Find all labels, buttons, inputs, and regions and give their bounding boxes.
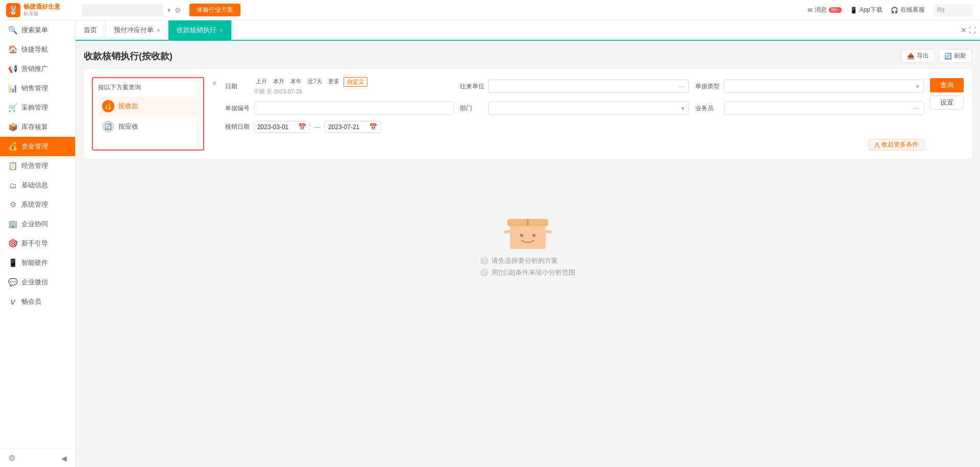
doc-type-arrow-icon: ▾ (916, 83, 919, 90)
date-btn-7days[interactable]: 近7天 (306, 77, 324, 87)
tab-bar: 首页 预付冲应付单 × 收款核销执行 × ✕ ⛶ (76, 20, 980, 41)
doc-no-input[interactable] (254, 102, 454, 115)
search-icon: 🔍 (8, 26, 17, 35)
tab-prepay-close-icon[interactable]: × (157, 27, 160, 33)
doc-no-label: 单据编号 (225, 104, 250, 113)
app-icon: 📱 (850, 7, 857, 14)
tab-bar-actions: ✕ ⛶ (961, 26, 980, 34)
sidebar-item-quicknav[interactable]: 🏠 快捷导航 (0, 40, 75, 59)
page-title: 收款核销执行(按收款) (84, 50, 173, 62)
sidebar: 🔍 搜索菜单 🏠 快捷导航 📢 营销推广 📊 销售管理 🛒 采购管理 📦 库存核… (0, 20, 76, 467)
tab-receipt[interactable]: 收款核销执行 × (168, 20, 231, 40)
svg-point-3 (520, 234, 523, 237)
verify-date-start[interactable]: 2023-03-01 📅 (254, 121, 310, 133)
sidebar-item-hardware[interactable]: 📱 智能硬件 (0, 253, 75, 273)
step-1-num: 1 (480, 257, 488, 265)
tab-close-all-button[interactable]: ✕ (961, 26, 967, 34)
tab-prepay[interactable]: 预付冲应付单 × (106, 20, 168, 40)
tab-expand-button[interactable]: ⛶ (969, 26, 976, 34)
date-btn-custom[interactable]: 自定义 (344, 77, 368, 87)
staff-input[interactable]: ··· (724, 102, 924, 115)
guide-icon: 🎯 (8, 239, 17, 248)
sidebar-item-funds[interactable]: 💰 资金管理 (0, 137, 75, 156)
message-button[interactable]: ✉ 消息 99+ (807, 6, 842, 14)
logo: 🐰 畅捷通好生意 标准版 (6, 3, 82, 17)
sidebar-item-search[interactable]: 🔍 搜索菜单 (0, 20, 75, 40)
sidebar-item-marketing[interactable]: 📢 营销推广 (0, 59, 75, 79)
date-btn-last-month[interactable]: 上月 (254, 77, 269, 87)
system-icon: ⚙ (8, 200, 17, 209)
inventory-icon: 📦 (8, 122, 17, 132)
settings-button[interactable]: 设置 (930, 95, 964, 110)
filter-from-unit-field: 往来单位 ··· (460, 80, 689, 93)
sidebar-item-enterprise[interactable]: 🏢 企业协同 (0, 214, 75, 234)
empty-state: 1 请先选择要分析的方案 2 用[过滤]条件来缩小分析范围 (84, 165, 972, 319)
sidebar-item-guide[interactable]: 🎯 新手引导 (0, 234, 75, 253)
wechat-icon: 💬 (8, 278, 17, 287)
by-receivable-label: 按应收 (118, 122, 138, 131)
doc-type-select[interactable]: ▾ (724, 80, 924, 93)
service-icon: 🎧 (891, 7, 898, 14)
verify-date-end[interactable]: 2023-07-21 📅 (325, 121, 381, 133)
business-icon: 📋 (8, 161, 17, 170)
filter-doc-no-field: 单据编号 (225, 102, 454, 115)
empty-step-2: 2 用[过滤]条件来缩小分析范围 (480, 266, 575, 278)
date-btn-this-year[interactable]: 本年 (288, 77, 304, 87)
filter-row-1: 日期 上月 本月 本年 近7天 更多 自定义 不限 至 (225, 77, 924, 95)
from-unit-label: 往来单位 (460, 82, 484, 91)
sidebar-item-inventory[interactable]: 📦 库存核算 (0, 117, 75, 137)
top-bar-middle: ▾ ⚙ 体验行业方案 (82, 4, 807, 16)
date-range-dash: — (314, 123, 321, 131)
sidebar-item-purchase[interactable]: 🛒 采购管理 (0, 98, 75, 117)
online-service-button[interactable]: 🎧 在线客服 (891, 6, 925, 14)
filter-scheme-selector: 按以下方案查询 💰 按收款 🔄 按应收 (92, 77, 204, 151)
sidebar-item-sales[interactable]: 📊 销售管理 (0, 79, 75, 98)
marketing-icon: 📢 (8, 64, 17, 73)
app-download-button[interactable]: 📱 App下载 (850, 6, 883, 14)
date-subtext: 不限 至 2023-07-26 (254, 88, 454, 95)
filter-option-by-receivable[interactable]: 🔄 按应收 (98, 117, 198, 136)
logo-icon: 🐰 (6, 3, 20, 17)
tab-home[interactable]: 首页 (76, 20, 106, 40)
date-btn-more[interactable]: 更多 (326, 77, 341, 87)
dept-select[interactable]: ▾ (488, 102, 689, 115)
by-receipt-label: 按收款 (118, 102, 138, 111)
funds-icon: 💰 (8, 142, 17, 151)
page-content: 收款核销执行(按收款) 📤 导出 🔄 刷新 按以下方案查询 (76, 41, 980, 467)
export-button[interactable]: 📤 导出 (901, 49, 935, 63)
page-header: 收款核销执行(按收款) 📤 导出 🔄 刷新 (84, 49, 972, 63)
filter-option-by-receipt[interactable]: 💰 按收款 (98, 97, 198, 115)
empty-step-1: 1 请先选择要分析的方案 (480, 255, 575, 266)
sidebar-item-basics[interactable]: 🗂 基础信息 (0, 176, 75, 195)
sidebar-item-system[interactable]: ⚙ 系统管理 (0, 195, 75, 214)
sidebar-collapse-icon[interactable]: ◀ (61, 454, 67, 462)
collapse-button[interactable]: ⋀ 收起更多条件 (869, 139, 924, 151)
cal-start-icon: 📅 (298, 123, 306, 131)
query-button[interactable]: 查询 (930, 78, 964, 92)
empty-illustration (502, 206, 553, 247)
svg-rect-0 (510, 224, 546, 249)
date-btn-this-month[interactable]: 本月 (271, 77, 286, 87)
refresh-icon: 🔄 (944, 53, 952, 60)
from-unit-input[interactable]: ··· (488, 80, 689, 93)
sales-icon: 📊 (8, 84, 17, 93)
filter-date-field: 日期 上月 本月 本年 近7天 更多 自定义 不限 至 (225, 77, 454, 95)
filter-toggle-icon[interactable]: « (210, 77, 219, 88)
dropdown-arrow-icon[interactable]: ▾ (167, 7, 170, 14)
user-menu[interactable]: Rit (933, 4, 974, 16)
sidebar-item-business[interactable]: 📋 经营管理 (0, 156, 75, 176)
svg-rect-2 (527, 219, 529, 226)
sidebar-item-member[interactable]: V 畅会员 (0, 292, 75, 311)
top-bar: 🐰 畅捷通好生意 标准版 ▾ ⚙ 体验行业方案 ✉ 消息 99+ 📱 App下载… (0, 0, 980, 20)
company-selector[interactable] (82, 4, 163, 16)
sidebar-item-wechat[interactable]: 💬 企业微信 (0, 273, 75, 292)
logo-text: 畅捷通好生意 标准版 (23, 3, 60, 16)
sidebar-settings-icon[interactable]: ⚙ (8, 453, 15, 463)
refresh-button[interactable]: 🔄 刷新 (939, 49, 972, 63)
by-receipt-icon: 💰 (102, 100, 114, 112)
message-badge: 99+ (829, 7, 842, 13)
sidebar-bottom: ⚙ ◀ (0, 449, 75, 467)
settings-icon[interactable]: ⚙ (175, 6, 181, 14)
industry-button[interactable]: 体验行业方案 (189, 4, 240, 16)
tab-receipt-close-icon[interactable]: × (219, 27, 223, 33)
